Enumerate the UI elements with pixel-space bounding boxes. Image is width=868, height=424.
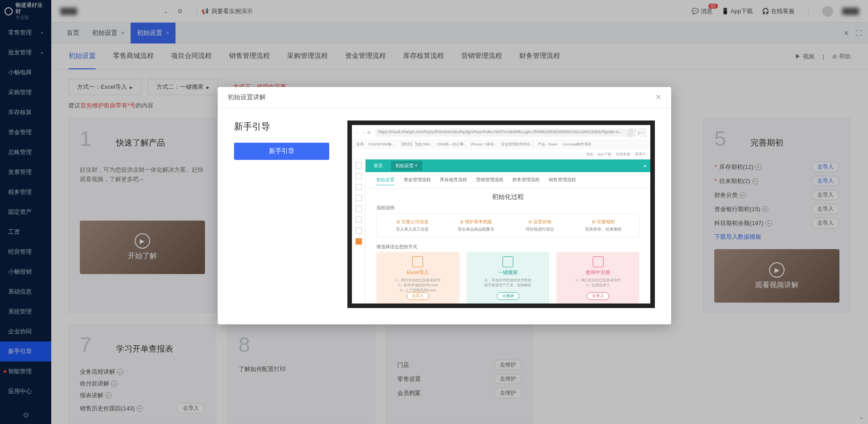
modal-title: 初始设置讲解 xyxy=(228,93,266,101)
modal-close-icon[interactable]: ✕ xyxy=(655,93,661,101)
mock-bookmarks: 应用2018年CRM集...【模式】飞友CRM...CRM统—化公网...iPh… xyxy=(352,140,650,149)
modal: 初始设置讲解 ✕ 新手引导 新手引导 微吼 ←→⟳ https://cloud.… xyxy=(218,87,671,324)
modal-video-area[interactable]: 微吼 ←→⟳ https://cloud.chanjet.com/hsy/a3h… xyxy=(347,120,655,308)
mock-tab: 首页 xyxy=(369,161,387,171)
mock-title: 初始化过程 xyxy=(366,188,650,204)
mock-sidebar xyxy=(352,159,366,304)
mock-subtabs: 初始设置资金管理流程库存核算流程营销管理流程财务管理流程销售管理流程 xyxy=(366,172,650,188)
mock-choose-label: 请选择适合您的方式 xyxy=(376,244,417,249)
guide-button[interactable]: 新手引导 xyxy=(234,143,329,160)
modal-header: 初始设置讲解 ✕ xyxy=(218,87,671,108)
modal-sidebar: 新手引导 新手引导 xyxy=(234,120,329,308)
guide-heading: 新手引导 xyxy=(234,120,329,133)
mock-browser-bar: ←→⟳ https://cloud.chanjet.com/hsy/a3h9mb… xyxy=(352,125,650,140)
watermark: 微吼 xyxy=(627,126,647,140)
mock-steps: ⊘ 完善公司信息导入录入员工信息⊘ 维护基本档案导出录品商品档案等⊘ 设置价格对… xyxy=(376,214,639,237)
mock-tab-active: 初始设置 × xyxy=(391,161,422,171)
mock-header-items: 消息App下载在线客服某用户 xyxy=(352,149,650,159)
mock-url: https://cloud.chanjet.com/hsy/a3h9mbwnob… xyxy=(375,129,633,137)
mock-tabs: 首页 初始设置 × ✕ xyxy=(366,159,650,172)
mock-options: Excel导入1）我们支持的已知多家软件2）各种其他的软件Excel3）上下游相… xyxy=(366,252,650,304)
mock-flow-label: 流程说明 xyxy=(376,205,395,210)
